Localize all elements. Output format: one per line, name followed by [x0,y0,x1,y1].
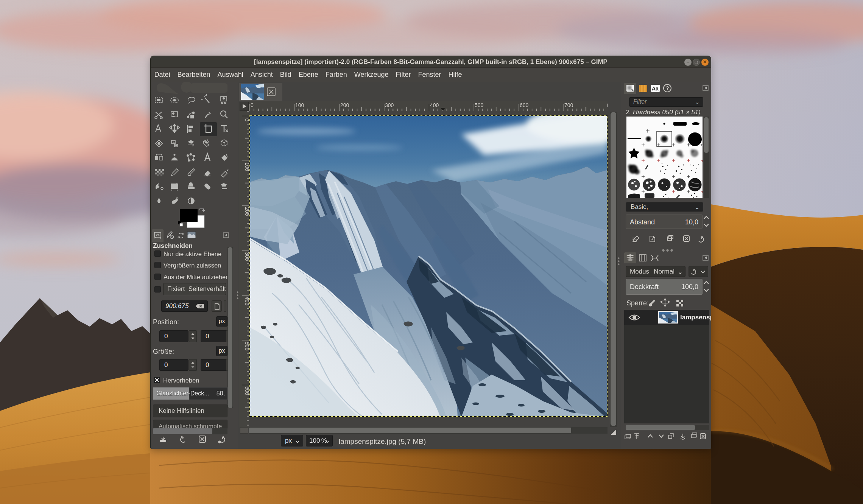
svg-text:600: 600 [244,386,249,395]
svg-text:0: 0 [251,102,254,108]
svg-text:?: ? [666,85,669,91]
svg-text:200: 200 [340,102,349,108]
svg-text:200: 200 [244,207,249,216]
svg-text:300: 300 [244,252,249,261]
svg-text:8: 8 [607,102,608,108]
svg-text:300: 300 [385,102,394,108]
svg-text:500: 500 [244,342,249,351]
svg-text:700: 700 [564,102,573,108]
svg-text:600: 600 [520,102,529,108]
svg-text:0: 0 [244,118,249,121]
svg-text:100: 100 [295,102,304,108]
svg-text:400: 400 [244,297,249,306]
svg-text:500: 500 [475,102,484,108]
svg-text:400: 400 [430,102,439,108]
svg-text:Aa: Aa [652,86,659,92]
svg-text:100: 100 [244,162,249,171]
